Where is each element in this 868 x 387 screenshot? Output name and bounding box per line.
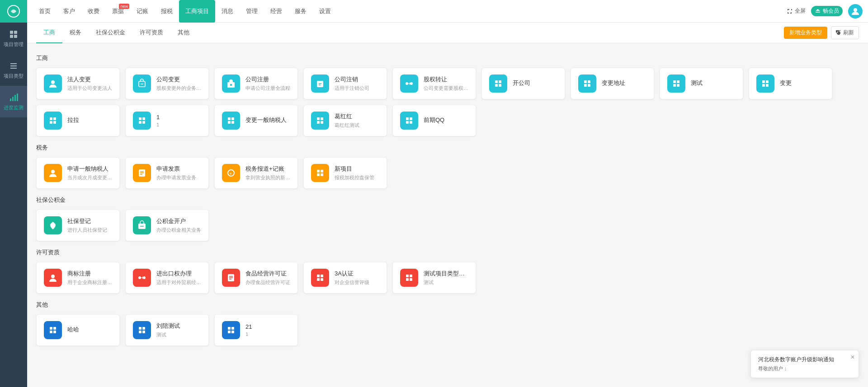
- card-test-type[interactable]: 测试项目类型自定义 测试: [392, 262, 476, 294]
- card-title-company-cancel: 公司注销: [335, 75, 379, 84]
- card-title-equity-transfer: 股权转让: [424, 75, 468, 84]
- card-test[interactable]: 测试: [660, 68, 743, 99]
- svg-rect-31: [762, 80, 765, 83]
- sidebar-item-project-type[interactable]: 项目类型: [0, 54, 27, 86]
- tab-xuke[interactable]: 许可资质: [132, 23, 170, 43]
- svg-rect-85: [50, 331, 52, 333]
- svg-rect-65: [321, 173, 323, 176]
- card-title-3a-cert: 3A认证: [335, 270, 379, 278]
- tab-shebao[interactable]: 社保公积金: [89, 23, 132, 43]
- card-liupei-test[interactable]: 刘陪测试 测试: [125, 314, 209, 346]
- nav-service[interactable]: 服务: [288, 0, 313, 23]
- nav-billing[interactable]: 收费: [81, 0, 106, 23]
- card-open-company[interactable]: 开公司: [481, 68, 565, 99]
- tab-shuiwu[interactable]: 税务: [62, 23, 89, 43]
- nav-operate[interactable]: 经营: [264, 0, 288, 23]
- notification-close-button[interactable]: ✕: [850, 354, 855, 360]
- svg-rect-21: [495, 84, 498, 87]
- card-icon-tax-report: ¥: [222, 164, 240, 182]
- section-title-gongshang: 工商: [36, 54, 859, 62]
- card-company-change[interactable]: 公司变更 股权变更外的业务变更: [125, 68, 209, 99]
- svg-rect-94: [231, 331, 234, 333]
- member-button[interactable]: 畅会员: [811, 6, 843, 16]
- svg-text:¥: ¥: [229, 172, 232, 176]
- card-twenty-one[interactable]: 21 1: [214, 314, 298, 346]
- card-title-haha: 哈哈: [67, 326, 112, 334]
- card-desc-apply-invoice: 办理申请发票业务: [156, 174, 201, 181]
- card-food-license[interactable]: 食品经营许可证 办理食品经营许可证: [214, 262, 298, 294]
- svg-rect-26: [588, 84, 590, 87]
- card-legal-change[interactable]: 法人变更 适用于公司变更法人: [36, 68, 120, 99]
- new-type-button[interactable]: 新增业务类型: [784, 27, 827, 39]
- progress-monitor-icon: [9, 93, 19, 103]
- card-new-project[interactable]: 新项目 报税加税控盘保管: [303, 157, 387, 189]
- card-company-cancel[interactable]: 公司注销 适用于注销公司: [303, 68, 387, 99]
- sidebar-label-progress-monitor: 进度监测: [4, 104, 24, 111]
- card-title-tax-report: 税务报道+记账: [245, 165, 290, 173]
- refresh-button[interactable]: 刷新: [831, 26, 859, 39]
- card-icon-import-export: [133, 269, 151, 287]
- card-title-ge-honghong: 葛红红: [335, 112, 379, 121]
- section-title-shuiwu: 税务: [36, 144, 859, 152]
- tab-gongshang[interactable]: 工商: [36, 23, 62, 43]
- card-3a-cert[interactable]: 3A认证 对企业信誉评级: [303, 262, 387, 294]
- card-icon-change-address: [578, 75, 596, 93]
- svg-rect-78: [321, 278, 323, 281]
- nav-message[interactable]: 消息: [215, 0, 240, 23]
- card-tax-report[interactable]: ¥ 税务报道+记账 拿到营业执照的新公司: [214, 157, 298, 189]
- app-logo: [0, 0, 27, 23]
- card-social-register[interactable]: 社保登记 进行人员社保登记: [36, 210, 120, 241]
- card-haha[interactable]: 哈哈: [36, 314, 120, 346]
- nav-business[interactable]: 工商项目: [179, 0, 215, 23]
- card-lala[interactable]: 拉拉: [36, 105, 120, 136]
- svg-rect-54: [410, 121, 412, 124]
- svg-rect-45: [228, 121, 231, 124]
- user-avatar[interactable]: [848, 4, 863, 19]
- nav-customer[interactable]: 客户: [57, 0, 81, 23]
- cards-grid-shebao: 社保登记 进行人员社保登记 公积金开户 办理公积金相关业务: [36, 210, 859, 241]
- svg-rect-4: [14, 35, 17, 38]
- nav-home[interactable]: 首页: [33, 0, 57, 23]
- card-title-change-address: 变更地址: [602, 79, 646, 87]
- cards-grid-qita: 哈哈 刘陪测试 测试: [36, 314, 859, 346]
- svg-rect-86: [53, 331, 56, 333]
- card-change-tax[interactable]: 变更一般纳税人: [214, 105, 298, 136]
- sidebar-item-progress-monitor[interactable]: 进度监测: [0, 86, 27, 117]
- card-icon-social-register: [44, 216, 62, 234]
- tab-qita[interactable]: 其他: [170, 23, 197, 43]
- card-title-apply-invoice: 申请发票: [156, 165, 201, 173]
- sidebar-item-project-manage[interactable]: 项目管理: [0, 23, 27, 54]
- project-manage-icon: [9, 29, 19, 39]
- card-change[interactable]: 变更: [749, 68, 832, 99]
- card-apply-invoice[interactable]: 申请发票 办理申请发票业务: [125, 157, 209, 189]
- nav-tax[interactable]: 报税: [155, 0, 179, 23]
- svg-rect-39: [139, 117, 142, 120]
- nav-settings[interactable]: 设置: [313, 0, 337, 23]
- nav-invoice[interactable]: 票据 new: [106, 0, 130, 23]
- card-previous-qq[interactable]: 前期QQ: [392, 105, 476, 136]
- svg-rect-93: [228, 331, 231, 333]
- card-icon-change-tax: [222, 112, 240, 130]
- card-icon-company-change: [133, 75, 151, 93]
- nav-manage[interactable]: 管理: [240, 0, 264, 23]
- fullscreen-button[interactable]: 全屏: [787, 7, 806, 15]
- svg-rect-84: [53, 327, 56, 330]
- card-one[interactable]: 1 1: [125, 105, 209, 136]
- card-company-register[interactable]: 公司注册 申请公司注册全流程: [214, 68, 298, 99]
- cards-grid-gongshang: 法人变更 适用于公司变更法人 公司变更 股权变更外的业务变更: [36, 68, 859, 136]
- card-apply-tax[interactable]: 申请一般纳税人 当月或次月成变更完成: [36, 157, 120, 189]
- card-ge-honghong[interactable]: 葛红红 葛红红测试: [303, 105, 387, 136]
- svg-rect-16: [317, 81, 323, 87]
- card-change-address[interactable]: 变更地址: [571, 68, 654, 99]
- nav-accounting[interactable]: 记账: [130, 0, 155, 23]
- svg-rect-89: [139, 331, 142, 333]
- svg-rect-81: [406, 278, 409, 281]
- card-equity-transfer[interactable]: 股权转让 公司变更需要股权转让: [392, 68, 476, 99]
- card-import-export[interactable]: 进出口权办理 适用于对外贸易经营者: [125, 262, 209, 294]
- svg-rect-23: [584, 80, 587, 83]
- card-title-test: 测试: [691, 79, 736, 87]
- card-trademark[interactable]: 商标注册 用于企业商标注册服务: [36, 262, 120, 294]
- svg-rect-75: [317, 275, 320, 277]
- card-fund-open[interactable]: 公积金开户 办理公积金相关业务: [125, 210, 209, 241]
- card-icon-apply-invoice: [133, 164, 151, 182]
